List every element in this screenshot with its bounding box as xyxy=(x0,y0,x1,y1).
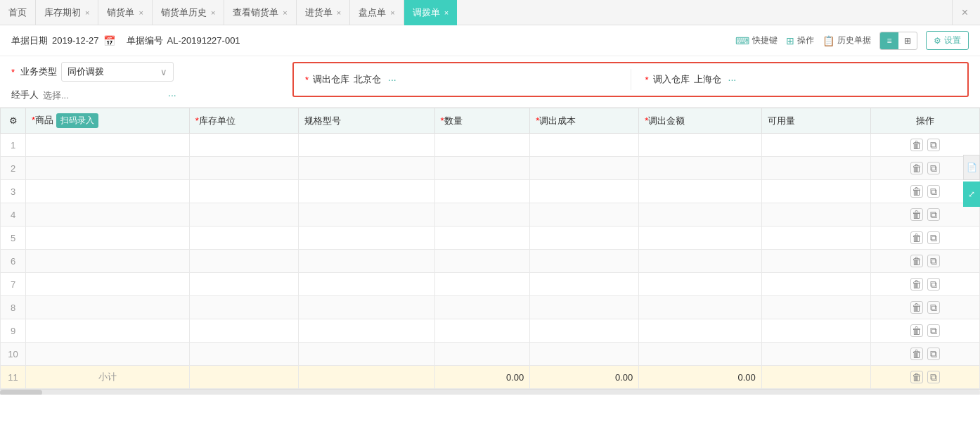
cell-qty[interactable] xyxy=(434,296,530,319)
cell-unit[interactable] xyxy=(189,157,298,180)
cell-qty[interactable] xyxy=(434,227,530,250)
cell-amount[interactable] xyxy=(639,157,761,180)
cell-cost[interactable] xyxy=(530,157,639,180)
cell-goods[interactable] xyxy=(26,296,190,319)
copy-icon[interactable]: ⧉ xyxy=(927,208,940,221)
cell-spec[interactable] xyxy=(298,343,434,366)
cell-spec[interactable] xyxy=(298,250,434,273)
cell-cost[interactable] xyxy=(530,296,639,319)
copy-icon[interactable]: ⧉ xyxy=(927,231,940,244)
delete-icon[interactable]: 🗑 xyxy=(910,348,923,360)
cell-qty[interactable] xyxy=(434,343,530,366)
tab-inventory-init[interactable]: 库存期初 × xyxy=(36,0,98,25)
cell-unit[interactable] xyxy=(189,250,298,273)
tab-view-sales[interactable]: 查看销货单 × xyxy=(224,0,296,25)
delete-icon[interactable]: 🗑 xyxy=(910,185,923,198)
cell-spec[interactable] xyxy=(298,273,434,296)
handler-more-icon[interactable]: ··· xyxy=(168,89,176,101)
tab-transfer[interactable]: 调拨单 × xyxy=(404,0,457,25)
business-type-select[interactable]: 同价调拨 ∨ xyxy=(61,62,174,82)
out-warehouse-more-icon[interactable]: ··· xyxy=(388,74,396,85)
scan-button[interactable]: 扫码录入 xyxy=(56,113,98,128)
copy-icon[interactable]: ⧉ xyxy=(927,162,940,174)
copy-icon[interactable]: ⧉ xyxy=(927,324,940,337)
cell-cost[interactable] xyxy=(530,180,639,203)
cell-cost[interactable] xyxy=(530,203,639,227)
cell-qty[interactable] xyxy=(434,273,530,296)
cell-goods[interactable] xyxy=(26,227,190,250)
cell-unit[interactable] xyxy=(189,319,298,343)
tab-home[interactable]: 首页 xyxy=(3,0,36,25)
in-warehouse-more-icon[interactable]: ··· xyxy=(728,74,737,85)
cell-amount[interactable] xyxy=(639,180,761,203)
cell-cost[interactable] xyxy=(530,227,639,250)
cell-spec[interactable] xyxy=(298,227,434,250)
tab-purchase[interactable]: 进货单 × xyxy=(297,0,350,25)
cell-unit[interactable] xyxy=(189,227,298,250)
tab-close-transfer[interactable]: × xyxy=(444,8,449,17)
window-close-button[interactable]: × xyxy=(952,0,977,25)
cell-cost[interactable] xyxy=(530,250,639,273)
horizontal-scrollbar[interactable] xyxy=(0,389,980,395)
cell-goods[interactable] xyxy=(26,319,190,343)
delete-icon[interactable]: 🗑 xyxy=(910,208,923,221)
delete-icon[interactable]: 🗑 xyxy=(910,278,923,291)
shortcut-button[interactable]: ⌨ 快捷键 xyxy=(735,34,778,46)
cell-spec[interactable] xyxy=(298,157,434,180)
cell-spec[interactable] xyxy=(298,180,434,203)
cell-amount[interactable] xyxy=(639,203,761,227)
cell-goods[interactable] xyxy=(26,134,190,157)
cell-spec[interactable] xyxy=(298,134,434,157)
cell-spec[interactable] xyxy=(298,296,434,319)
cell-spec[interactable] xyxy=(298,319,434,343)
cell-unit[interactable] xyxy=(189,134,298,157)
cell-unit[interactable] xyxy=(189,203,298,227)
cell-unit[interactable] xyxy=(189,343,298,366)
cell-amount[interactable] xyxy=(639,227,761,250)
tab-close-view-sales[interactable]: × xyxy=(283,8,287,17)
delete-icon[interactable]: 🗑 xyxy=(910,371,923,383)
copy-icon[interactable]: ⧉ xyxy=(927,255,940,267)
cell-cost[interactable] xyxy=(530,273,639,296)
float-doc-button[interactable]: 📄 xyxy=(963,155,980,180)
tab-close-purchase[interactable]: × xyxy=(337,8,341,17)
delete-icon[interactable]: 🗑 xyxy=(910,139,923,151)
view-grid-button[interactable]: ⊞ xyxy=(898,32,917,49)
tab-stocktake[interactable]: 盘点单 × xyxy=(350,0,404,25)
cell-goods[interactable] xyxy=(26,180,190,203)
cell-cost[interactable] xyxy=(530,319,639,343)
delete-icon[interactable]: 🗑 xyxy=(910,324,923,337)
cell-qty[interactable] xyxy=(434,180,530,203)
cell-qty[interactable] xyxy=(434,203,530,227)
copy-icon[interactable]: ⧉ xyxy=(927,139,940,151)
cell-cost[interactable] xyxy=(530,343,639,366)
cell-qty[interactable] xyxy=(434,250,530,273)
cell-cost[interactable] xyxy=(530,134,639,157)
handler-input[interactable] xyxy=(43,90,161,101)
tab-sales-order[interactable]: 销货单 × xyxy=(98,0,152,25)
setting-button[interactable]: ⚙ 设置 xyxy=(926,31,969,50)
operation-button[interactable]: ⊞ 操作 xyxy=(786,34,814,46)
copy-icon[interactable]: ⧉ xyxy=(927,278,940,291)
tab-sales-history[interactable]: 销货单历史 × xyxy=(153,0,224,25)
delete-icon[interactable]: 🗑 xyxy=(910,301,923,314)
cell-qty[interactable] xyxy=(434,134,530,157)
cell-unit[interactable] xyxy=(189,296,298,319)
copy-icon[interactable]: ⧉ xyxy=(927,301,940,314)
cell-amount[interactable] xyxy=(639,343,761,366)
cell-amount[interactable] xyxy=(639,273,761,296)
tab-close-stocktake[interactable]: × xyxy=(390,8,394,17)
copy-icon[interactable]: ⧉ xyxy=(927,185,940,198)
cell-amount[interactable] xyxy=(639,134,761,157)
tab-close-sales-order[interactable]: × xyxy=(138,8,143,17)
cell-amount[interactable] xyxy=(639,319,761,343)
date-value[interactable]: 2019-12-27 xyxy=(52,35,99,46)
in-warehouse-value[interactable]: 上海仓 xyxy=(694,73,721,86)
view-list-button[interactable]: ≡ xyxy=(880,32,898,49)
out-warehouse-value[interactable]: 北京仓 xyxy=(354,73,381,86)
col-gear[interactable]: ⚙ xyxy=(1,108,26,134)
cell-goods[interactable] xyxy=(26,343,190,366)
cell-amount[interactable] xyxy=(639,250,761,273)
cell-qty[interactable] xyxy=(434,319,530,343)
tab-close-sales-history[interactable]: × xyxy=(211,8,215,17)
